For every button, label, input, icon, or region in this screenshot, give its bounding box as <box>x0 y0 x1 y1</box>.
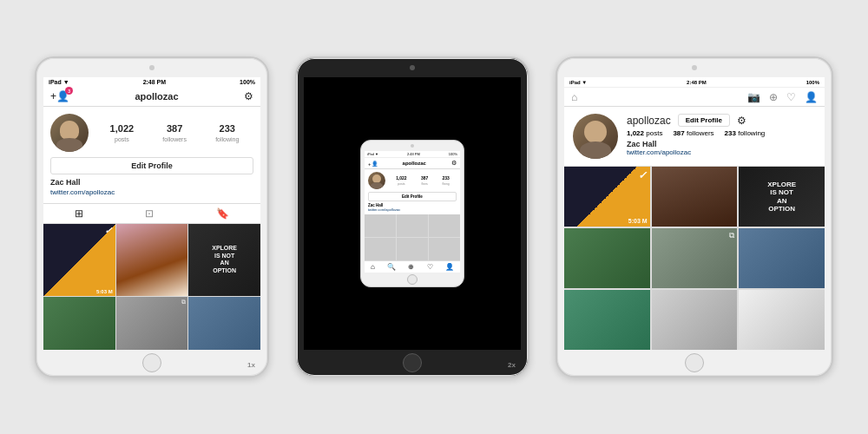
mini-cell-5 <box>397 238 428 260</box>
mini-nav-add: ⊕ <box>408 263 414 271</box>
wide-cell-9[interactable] <box>739 290 825 350</box>
mini-ipad-bottom <box>407 273 418 286</box>
explore-text-1: XPLOREIS NOTANOPTION <box>212 246 237 275</box>
ipad-3: iPad ▼ 2:48 PM 100% ⌂ 📷 ⊕ ♡ 👤 <box>556 56 833 378</box>
wide-camera-icon[interactable]: 📷 <box>747 91 760 103</box>
photo-cell-3[interactable]: XPLOREIS NOTANOPTION <box>188 224 260 296</box>
mini-settings-icon: ⚙ <box>451 160 457 167</box>
wide-cell-7[interactable] <box>564 290 650 350</box>
wide-edit-profile-button[interactable]: Edit Profile <box>678 114 730 127</box>
wide-nav-left: ⌂ <box>571 91 577 103</box>
mini-nav: +👤 apollozac ⚙ <box>365 158 460 169</box>
ipad-1-screen: iPad ▼ 2:48 PM 100% +👤 3 apollozac ⚙ <box>43 77 260 350</box>
home-button-3[interactable] <box>685 353 704 372</box>
mini-username: apollozac <box>403 161 426 166</box>
wide-avatar <box>573 114 618 159</box>
mini-nav-heart: ♡ <box>427 263 433 271</box>
wide-explore-icon[interactable]: ⊕ <box>769 91 778 103</box>
wide-stats-row: 1,022 posts 387 followers 233 following <box>627 129 816 137</box>
photo-cell-1[interactable]: ✓ 5:03 M <box>43 224 115 296</box>
mini-flwrs-lbl: flwrs <box>421 182 427 186</box>
stat-following-label: following <box>215 136 239 142</box>
wide-profile-info: apollozac Edit Profile ⚙ 1,022 posts 387… <box>627 114 816 159</box>
edit-profile-button[interactable]: Edit Profile <box>50 157 253 174</box>
wide-nav-bar: ⌂ 📷 ⊕ ♡ 👤 <box>564 88 825 107</box>
wide-profile-icon[interactable]: 👤 <box>805 91 818 103</box>
mini-edit-button: Edit Profile <box>368 192 457 201</box>
avatar-face <box>60 121 79 140</box>
mini-home-button <box>407 274 418 285</box>
mini-flwng-num: 233 <box>443 175 450 181</box>
wide-carrier: iPad ▼ <box>569 80 587 85</box>
mini-ipad-camera <box>411 144 414 148</box>
settings-icon[interactable]: ⚙ <box>244 90 253 102</box>
photo-cell-6[interactable] <box>188 297 260 350</box>
wide-cell-4[interactable] <box>564 228 650 288</box>
bookmark-view-icon[interactable]: 🔖 <box>216 207 229 220</box>
photo-cell-4[interactable] <box>43 297 115 350</box>
status-bar-1: iPad ▼ 2:48 PM 100% <box>43 77 260 87</box>
ipad-2-top-bar <box>297 58 528 77</box>
avatar-1 <box>50 114 89 152</box>
wide-cell-6[interactable] <box>739 228 825 288</box>
wide-explore-text: XPLOREIS NOTANOPTION <box>767 180 796 213</box>
wide-cell-1[interactable]: ✓ 5:03 M <box>564 167 650 227</box>
ipad-3-top-bar <box>557 58 832 77</box>
mini-cell-4 <box>365 238 396 260</box>
wide-settings-icon[interactable]: ⚙ <box>737 115 746 127</box>
mini-avatar <box>368 172 385 189</box>
ipad-1-bottom <box>36 350 267 376</box>
stat-followers-number: 387 <box>162 123 187 134</box>
grid-view-icon[interactable]: ⊞ <box>75 207 83 220</box>
mini-ipad: iPad ▼ 2:48 PM 100% +👤 apollozac ⚙ <box>360 140 464 287</box>
wide-cell-5[interactable]: ⧉ <box>652 228 738 288</box>
mini-nav-search: 🔍 <box>387 263 396 271</box>
mini-stat-posts: 1,022 posts <box>396 175 407 186</box>
wide-profile-top-row: apollozac Edit Profile ⚙ <box>627 114 816 127</box>
wide-home-icon[interactable]: ⌂ <box>571 91 577 103</box>
video-duration-1: 5:03 M <box>96 289 113 294</box>
photo-cell-5[interactable]: ⧉ <box>116 297 188 350</box>
scale-label-1: 1x <box>247 361 255 369</box>
mini-posts-num: 1,022 <box>396 175 407 181</box>
wide-cell-3[interactable]: XPLOREIS NOTANOPTION <box>739 167 825 227</box>
mini-flwrs-num: 387 <box>421 175 428 181</box>
wide-profile-section: apollozac Edit Profile ⚙ 1,022 posts 387… <box>564 107 825 167</box>
wide-cell-2[interactable] <box>652 167 738 227</box>
wide-followers-stat: 387 followers <box>673 129 713 137</box>
mini-ipad-screen: iPad ▼ 2:48 PM 100% +👤 apollozac ⚙ <box>365 151 460 273</box>
mini-ipad-top <box>411 141 414 151</box>
mini-avatar-body <box>371 182 383 189</box>
stat-posts-number: 1,022 <box>110 123 135 134</box>
wide-heart-icon[interactable]: ♡ <box>786 91 796 103</box>
wide-profile-link[interactable]: twitter.com/apollozac <box>627 148 816 156</box>
photo-cell-2[interactable] <box>116 224 188 296</box>
profile-name-1: Zac Hall <box>50 178 253 187</box>
mini-profile: 1,022 posts 387 flwrs 233 <box>365 169 460 214</box>
add-follow-button[interactable]: +👤 3 <box>50 90 69 102</box>
mini-cell-2 <box>397 214 428 237</box>
profile-section-1: 1,022 posts 387 followers 233 following <box>43 107 260 203</box>
stat-followers-label: followers <box>162 136 187 142</box>
home-button-1[interactable] <box>142 353 161 372</box>
mini-battery: 100% <box>449 152 457 156</box>
mini-flwng-lbl: flwng <box>443 182 450 186</box>
mini-stat-followers: 387 flwrs <box>421 175 428 186</box>
mini-stat-following: 233 flwng <box>443 175 450 186</box>
wide-cell-8[interactable] <box>652 290 738 350</box>
wide-nav-right: 📷 ⊕ ♡ 👤 <box>747 91 818 103</box>
ipad-2-screen: iPad ▼ 2:48 PM 100% +👤 apollozac ⚙ <box>304 77 521 350</box>
wide-avatar-body <box>580 141 611 159</box>
ipad-2-camera <box>410 65 415 70</box>
tag-view-icon[interactable]: ⊡ <box>145 207 154 220</box>
mini-bottom-nav: ⌂ 🔍 ⊕ ♡ 👤 <box>365 260 460 273</box>
wide-posts-stat: 1,022 posts <box>627 129 662 137</box>
mini-nav-profile: 👤 <box>445 263 454 271</box>
notification-badge: 3 <box>65 87 73 95</box>
stat-posts-label: posts <box>115 136 129 142</box>
profile-top-1: 1,022 posts 387 followers 233 following <box>50 114 253 152</box>
profile-link-1[interactable]: twitter.com/apollozac <box>50 188 253 196</box>
wide-multi-icon: ⧉ <box>729 231 734 240</box>
wide-status-bar: iPad ▼ 2:48 PM 100% <box>564 77 825 88</box>
home-button-2[interactable] <box>403 353 422 372</box>
